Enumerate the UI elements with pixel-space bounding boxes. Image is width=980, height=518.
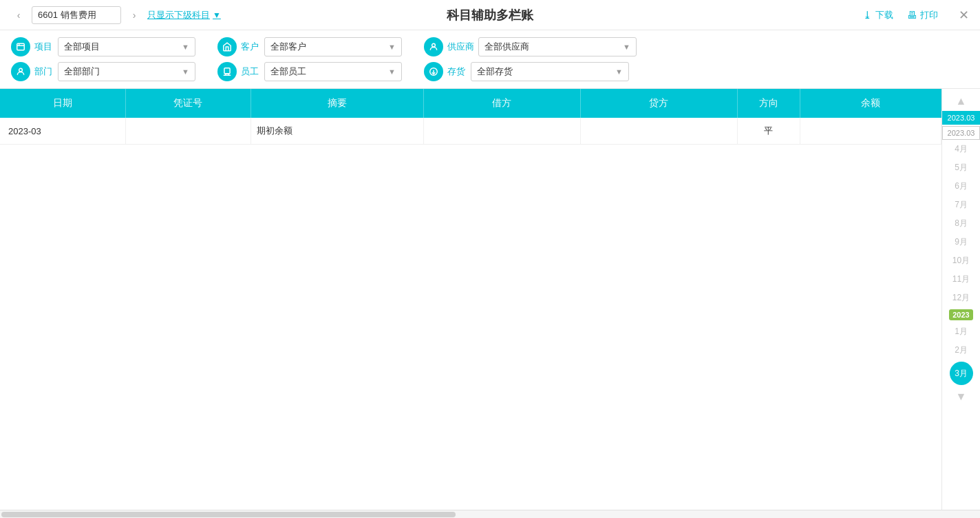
title-bar: ‹ 6601 销售费用 › 只显示下级科目 ▼ 科目辅助多栏账 ⤓ 下载 🖶 打… [0, 0, 980, 30]
filter-row-2: 部门 全部部门 ▼ 员工 全部员工 ▼ [11, 62, 969, 81]
period-2023-03-second[interactable]: 2023.03 [942, 126, 980, 140]
svg-point-4 [19, 68, 23, 72]
employee-value: 全部员工 [270, 65, 306, 78]
cell-debit [423, 118, 580, 145]
filter-row-1: 项目 全部项目 ▼ 客户 全部客户 ▼ [11, 37, 969, 56]
customer-chevron-icon: ▼ [388, 43, 396, 51]
supplier-value: 全部供应商 [484, 41, 529, 53]
account-code[interactable]: 6601 销售费用 [32, 6, 121, 24]
project-value: 全部项目 [64, 41, 100, 53]
col-credit: 贷方 [580, 89, 737, 118]
col-date: 日期 [0, 89, 125, 118]
table-container[interactable]: 日期 凭证号 摘要 借方 贷方 方向 余额 2023-03 期初余额 [0, 89, 941, 510]
timeline-up-btn[interactable]: ▲ [952, 92, 971, 111]
project-select[interactable]: 全部项目 ▼ [58, 37, 195, 56]
employee-chevron-icon: ▼ [388, 68, 396, 76]
timeline-month-7[interactable]: 7月 [942, 196, 980, 214]
timeline-month-8[interactable]: 8月 [942, 214, 980, 233]
inventory-label: 存货 [447, 65, 467, 78]
year-badge: 2023 [949, 309, 972, 320]
project-chevron-icon: ▼ [182, 43, 189, 51]
col-voucher: 凭证号 [125, 89, 251, 118]
cell-voucher [125, 118, 251, 145]
filter-customer: 客户 全部客户 ▼ [217, 37, 402, 56]
horizontal-scrollbar[interactable] [0, 510, 980, 518]
supplier-label: 供应商 [447, 41, 474, 53]
title-bar-left: ‹ 6601 销售费用 › 只显示下级科目 ▼ [11, 6, 221, 24]
customer-icon [217, 37, 237, 56]
filter-department: 部门 全部部门 ▼ [11, 62, 195, 81]
print-button[interactable]: 🖶 打印 [907, 9, 938, 21]
table-area: 日期 凭证号 摘要 借方 贷方 方向 余额 2023-03 期初余额 [0, 89, 980, 510]
customer-value: 全部客户 [270, 41, 306, 53]
filter-project: 项目 全部项目 ▼ [11, 37, 195, 56]
svg-point-3 [432, 43, 436, 47]
print-icon: 🖶 [907, 10, 917, 21]
inventory-icon [424, 62, 443, 81]
timeline-month-9[interactable]: 9月 [942, 233, 980, 251]
cell-balance [800, 118, 941, 145]
cell-summary: 期初余额 [251, 118, 424, 145]
side-timeline: ▲ 2023.03 2023.03 4月 5月 6月 7月 8月 9月 10月 … [941, 89, 980, 510]
next-account-btn[interactable]: › [127, 8, 142, 23]
prev-account-btn[interactable]: ‹ [11, 8, 26, 23]
scrollbar-thumb[interactable] [1, 512, 456, 517]
table-header-row: 日期 凭证号 摘要 借方 贷方 方向 余额 [0, 89, 941, 118]
project-label: 项目 [34, 41, 54, 53]
close-button[interactable]: ✕ [959, 8, 969, 23]
cell-credit [580, 118, 737, 145]
cell-date: 2023-03 [0, 118, 125, 145]
department-chevron-icon: ▼ [182, 68, 189, 76]
timeline-month-3-active[interactable]: 3月 [950, 362, 973, 385]
customer-label: 客户 [241, 41, 260, 53]
period-2023-03-top[interactable]: 2023.03 [942, 111, 980, 125]
timeline-month-11[interactable]: 11月 [942, 270, 980, 289]
filter-employee: 员工 全部员工 ▼ [217, 62, 402, 81]
col-summary: 摘要 [251, 89, 424, 118]
department-select[interactable]: 全部部门 ▼ [58, 62, 195, 81]
chevron-down-icon: ▼ [213, 10, 221, 20]
inventory-chevron-icon: ▼ [615, 68, 623, 76]
inventory-value: 全部存货 [477, 65, 513, 78]
filter-supplier: 供应商 全部供应商 ▼ [424, 37, 637, 56]
department-label: 部门 [34, 65, 54, 78]
inventory-select[interactable]: 全部存货 ▼ [471, 62, 629, 81]
filter-inventory: 存货 全部存货 ▼ [424, 62, 629, 81]
timeline-month-2[interactable]: 2月 [942, 341, 980, 360]
timeline-down-btn[interactable]: ▼ [952, 387, 971, 406]
timeline-month-6[interactable]: 6月 [942, 177, 980, 196]
timeline-month-10[interactable]: 10月 [942, 251, 980, 270]
table-row: 2023-03 期初余额 平 [0, 118, 941, 145]
download-button[interactable]: ⤓ 下载 [863, 9, 893, 21]
filter-area: 项目 全部项目 ▼ 客户 全部客户 ▼ [0, 30, 980, 89]
timeline-month-5[interactable]: 5月 [942, 158, 980, 177]
department-value: 全部部门 [64, 65, 100, 78]
department-icon [11, 62, 30, 81]
supplier-icon [424, 37, 443, 56]
show-sub-button[interactable]: 只显示下级科目 ▼ [147, 9, 221, 21]
employee-label: 员工 [241, 65, 260, 78]
supplier-chevron-icon: ▼ [623, 43, 630, 51]
main-table: 日期 凭证号 摘要 借方 贷方 方向 余额 2023-03 期初余额 [0, 89, 941, 145]
col-debit: 借方 [423, 89, 580, 118]
timeline-month-1[interactable]: 1月 [942, 322, 980, 341]
col-direction: 方向 [737, 89, 800, 118]
timeline-month-12[interactable]: 12月 [942, 289, 980, 307]
svg-rect-5 [224, 68, 230, 74]
supplier-select[interactable]: 全部供应商 ▼ [478, 37, 637, 56]
title-bar-right: ⤓ 下载 🖶 打印 ✕ [863, 8, 969, 23]
customer-select[interactable]: 全部客户 ▼ [264, 37, 402, 56]
project-icon [11, 37, 30, 56]
col-balance: 余额 [800, 89, 941, 118]
page-title: 科目辅助多栏账 [447, 7, 533, 23]
cell-direction: 平 [737, 118, 800, 145]
download-icon: ⤓ [863, 9, 872, 21]
employee-icon [217, 62, 237, 81]
svg-rect-0 [17, 43, 25, 50]
employee-select[interactable]: 全部员工 ▼ [264, 62, 402, 81]
main-window: ‹ 6601 销售费用 › 只显示下级科目 ▼ 科目辅助多栏账 ⤓ 下载 🖶 打… [0, 0, 980, 518]
timeline-month-4[interactable]: 4月 [942, 140, 980, 158]
